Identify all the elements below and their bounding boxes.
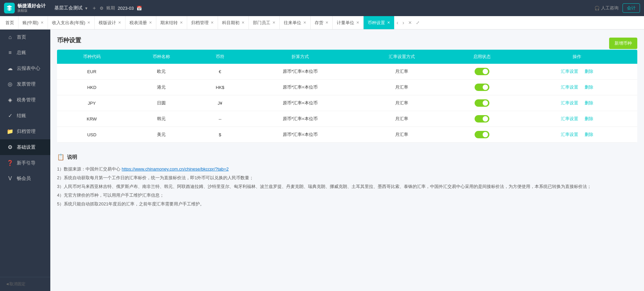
tab-close-icon[interactable]: ✕ [387,20,390,25]
page-title: 币种设置 [57,36,637,44]
col-actions: 操作 [517,50,637,64]
tab-period-end[interactable]: 期末结转 ✕ [156,16,187,30]
add-tab-btn[interactable]: ＋ [92,5,97,12]
tab-next-btn[interactable]: › [400,20,406,26]
toggle-enabled[interactable] [475,68,489,75]
cell-calc: 原币*汇率=本位币 [244,95,357,111]
notice-item-2: 2）系统自动获取每月第一个工作日的汇率标价，统一为直接标价法，即1外币可以兑换的… [57,174,637,182]
cell-calc: 原币*汇率=本位币 [244,127,357,143]
toggle-enabled[interactable] [475,115,489,123]
tab-unit[interactable]: 计量单位 ✕ [333,16,364,30]
sidebar-item-home[interactable]: ⌂ 首页 [0,30,50,45]
col-symbol: 币符 [196,50,244,64]
tab-close-icon[interactable]: ✕ [180,20,183,25]
table-header-row: 币种代码 币种名称 币符 折算方式 汇率设置方式 启用状态 操作 [57,50,637,64]
toggle-enabled[interactable] [475,99,489,107]
calendar-icon[interactable]: 📅 [137,6,142,11]
company-name[interactable]: 基层工会测试 [54,5,83,11]
settings-icon[interactable]: ⚙ [100,6,104,11]
cell-rate-type: 月汇率 [356,64,447,80]
tab-currency[interactable]: 币种设置 ✕ [364,16,394,30]
sidebar-item-tax[interactable]: ◈ 税务管理 [0,92,50,108]
header-center: 基层工会测试 ▾ ＋ ⚙ 账期 2023-03 📅 [54,5,594,12]
cell-code: JPY [57,95,126,111]
sidebar-item-guide[interactable]: ❓ 新手引导 [0,155,50,171]
tab-archive[interactable]: 归档管理 ✕ [187,16,218,30]
tab-close-icon[interactable]: ✕ [272,20,275,25]
tab-contacts[interactable]: 往来单位 ✕ [280,16,311,30]
notice-item-3: 3）人民币对马来西亚林吉特、俄罗斯卢布、南非兰特、韩元、阿联酋迪拉姆、沙特里亚尔… [57,182,637,191]
cell-code: HKD [57,80,126,95]
table-row: EUR 欧元 € 原币*汇率=本位币 月汇率 汇率设置 删除 [57,64,637,80]
tab-subjects[interactable]: 科目期初 ✕ [218,16,249,30]
cell-toggle [447,127,517,143]
cell-actions: 汇率设置 删除 [517,64,637,80]
cell-toggle [447,80,517,95]
delete-link[interactable]: 删除 [585,69,593,74]
cell-toggle [447,111,517,127]
tax-icon: ◈ [7,97,13,103]
tab-template[interactable]: 模版设计 ✕ [95,16,125,30]
delete-link[interactable]: 删除 [585,116,593,121]
delete-link[interactable]: 删除 [585,85,593,90]
new-currency-btn[interactable]: 新增币种 [609,38,637,49]
delete-link[interactable]: 删除 [585,132,593,137]
rate-setting-link[interactable]: 汇率设置 [561,69,578,74]
invoice-icon: ◎ [7,81,13,87]
sidebar-item-checkout[interactable]: ✓ 结账 [0,108,50,124]
tab-close-icon[interactable]: ✕ [325,20,328,25]
currency-table: 币种代码 币种名称 币符 折算方式 汇率设置方式 启用状态 操作 EUR 欧元 … [57,50,637,143]
rate-setting-link[interactable]: 汇率设置 [561,85,578,90]
sidebar-item-ledger[interactable]: ≡ 总账 [0,45,50,60]
company-dropdown-icon[interactable]: ▾ [85,6,88,11]
sidebar-item-invoice[interactable]: ◎ 发票管理 [0,76,50,92]
table-row: USD 美元 $ 原币*汇率=本位币 月汇率 汇率设置 删除 [57,127,637,143]
cell-name: 港元 [126,80,196,95]
cloud-icon: ☁ [7,65,13,71]
rate-setting-link[interactable]: 汇率设置 [561,116,578,121]
toggle-enabled[interactable] [475,84,489,91]
cell-name: 日圆 [126,95,196,111]
headset-icon: 🎧 [594,6,600,11]
tab-dept[interactable]: 部门员工 ✕ [249,16,280,30]
tab-expand-btn[interactable]: ⤢ [414,20,422,25]
help-btn[interactable]: 🎧 人工咨询 [594,5,619,11]
tab-prev-btn[interactable]: ‹ [394,20,400,26]
sidebar-pin-btn[interactable]: ◄取消固定 [0,277,50,291]
cell-name: 欧元 [126,64,196,80]
notice-link[interactable]: https://www.chinamoney.com.cn/chinese/bk… [122,166,229,172]
sidebar-item-archive[interactable]: 📁 归档管理 [0,124,50,139]
logo-text: 畅捷通好会计 旗舰版 [17,3,46,13]
tab-close-icon[interactable]: ✕ [149,20,152,25]
notice-icon: 📋 [57,153,64,161]
sidebar-item-reports[interactable]: ☁ 云报表中心 [0,60,50,76]
tab-income-report[interactable]: 收入支出表(年报) ✕ [48,16,95,30]
home-icon: ⌂ [7,34,13,40]
notice-list: 1）数据来源：中国外汇交易中心 https://www.chinamoney.c… [57,165,637,208]
tab-close-icon[interactable]: ✕ [241,20,245,25]
checkout-icon: ✓ [7,112,13,119]
tab-close-icon[interactable]: ✕ [118,20,121,25]
rate-setting-link[interactable]: 汇率设置 [561,100,578,105]
notice-section: 📋 说明 1）数据来源：中国外汇交易中心 https://www.chinamo… [57,153,637,208]
account-button[interactable]: 会计 [623,3,640,13]
delete-link[interactable]: 删除 [585,100,593,105]
tab-close-icon[interactable]: ✕ [87,20,90,25]
toggle-enabled[interactable] [475,131,489,138]
tab-close-icon[interactable]: ✕ [356,20,359,25]
sidebar-item-settings[interactable]: ⚙ 基础设置 [0,139,50,155]
sidebar-item-member[interactable]: V 畅会员 [0,171,50,186]
tab-close-icon[interactable]: ✕ [41,20,44,25]
tab-tax[interactable]: 税表清册 ✕ [125,16,156,30]
tab-close-icon[interactable]: ✕ [303,20,306,25]
tab-home[interactable]: 首页 [1,16,18,30]
header-right: 🎧 人工咨询 会计 [594,3,640,13]
main-layout: ⌂ 首页 ≡ 总账 ☁ 云报表中心 ◎ 发票管理 ◈ 税务管理 ✓ 结账 📁 归… [0,30,644,291]
tab-period[interactable]: 账(中期) ✕ [18,16,48,30]
rate-setting-link[interactable]: 汇率设置 [561,132,578,137]
tab-close-all-btn[interactable]: ✕ [406,20,414,25]
tab-inventory[interactable]: 存货 ✕ [311,16,333,30]
cell-calc: 原币*汇率=本位币 [244,111,357,127]
table-body: EUR 欧元 € 原币*汇率=本位币 月汇率 汇率设置 删除 HKD 港元 HK… [57,64,637,143]
tab-close-icon[interactable]: ✕ [211,20,214,25]
